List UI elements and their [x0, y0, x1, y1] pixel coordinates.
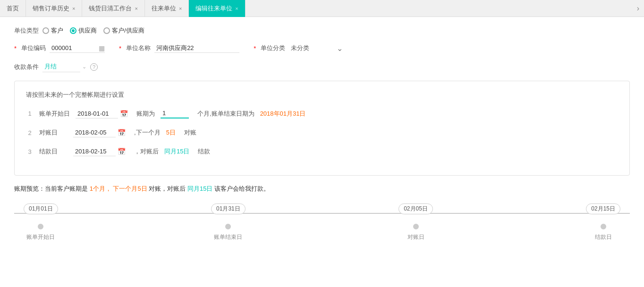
- period-desc-2a: ,下一个月: [134, 128, 161, 137]
- unit-name-input[interactable]: [154, 43, 239, 53]
- calendar-icon-2[interactable]: 📅: [118, 129, 126, 136]
- timeline-items: 01月01日 账单开始日 01月31日 账单结束日 02月05日 对账日 02月…: [24, 203, 620, 241]
- unit-code-icon[interactable]: ▦: [99, 44, 105, 52]
- calendar-icon-1[interactable]: 📅: [120, 110, 128, 118]
- help-icon[interactable]: ?: [90, 63, 98, 71]
- radio-label-customer: 客户: [51, 26, 63, 35]
- timeline-label-2: 账单结束日: [214, 233, 242, 241]
- tab-bar: 首页 销售订单历史 × 钱货日清工作台 × 往来单位 × 编辑往来单位 × ›: [0, 0, 644, 17]
- timeline-badge-1: 01月01日: [24, 203, 58, 214]
- close-tab-cash[interactable]: ×: [135, 6, 137, 11]
- preview-mid: 对账，对账后: [149, 185, 186, 192]
- close-tab-edit-unit[interactable]: ×: [235, 6, 238, 11]
- period-num-2: 2: [26, 129, 34, 136]
- timeline-badge-2: 01月31日: [211, 203, 246, 214]
- main-content: 单位类型 客户 供应商 客户/供应商 * 单位编码: [0, 17, 644, 287]
- payment-value: 月结: [42, 61, 80, 72]
- radio-label-supplier: 供应商: [78, 26, 97, 35]
- close-tab-sales[interactable]: ×: [72, 6, 75, 11]
- tab-cash-work[interactable]: 钱货日清工作台 ×: [82, 0, 144, 17]
- payment-group: 收款条件 月结 ⌄ ?: [14, 61, 98, 72]
- unit-code-group: * 单位编码 ▦: [14, 43, 105, 53]
- close-tab-unit[interactable]: ×: [179, 6, 182, 11]
- inner-box-title: 请按照未来的一个完整帐期进行设置: [26, 91, 618, 99]
- radio-label-both: 客户/供应商: [112, 26, 144, 35]
- unit-type-label: 单位类型: [14, 26, 39, 35]
- code-name-row: * 单位编码 ▦ * 单位名称 * 单位分类 未分类 ⌄: [14, 43, 630, 53]
- date-input-2: 📅: [73, 128, 126, 137]
- unit-category-label: 单位分类: [261, 44, 285, 52]
- period-desc-3a: ，对账后: [134, 147, 159, 156]
- payment-arrow: ⌄: [82, 64, 86, 70]
- timeline-dot-1: [38, 224, 43, 229]
- inner-box: 请按照未来的一个完整帐期进行设置 1 账单开始日 📅 账期为 个月,账单结束日期…: [14, 81, 630, 176]
- tab-sales-history[interactable]: 销售订单历史 ×: [26, 0, 82, 17]
- timeline: 01月01日 账单开始日 01月31日 账单结束日 02月05日 对账日 02月…: [14, 203, 630, 241]
- timeline-badge-4: 02月15日: [586, 203, 620, 214]
- period-desc-1a: 账期为: [136, 110, 155, 118]
- period-end-date: 2018年01月31日: [260, 110, 306, 118]
- unit-name-group: * 单位名称: [119, 43, 239, 53]
- timeline-badge-3: 02月05日: [398, 203, 433, 214]
- radio-supplier[interactable]: 供应商: [70, 26, 97, 35]
- timeline-item-3: 02月05日 对账日: [398, 203, 433, 241]
- unit-name-label: 单位名称: [126, 44, 151, 52]
- calendar-icon-3[interactable]: 📅: [118, 148, 126, 155]
- date-input-3: 📅: [73, 147, 126, 156]
- timeline-dot-4: [601, 224, 606, 229]
- date-field-1[interactable]: [76, 109, 118, 118]
- period-row-2: 2 对账日 📅 ,下一个月 5日 对账: [26, 128, 618, 137]
- timeline-item-2: 01月31日 账单结束日: [211, 203, 246, 241]
- tab-home[interactable]: 首页: [0, 0, 26, 17]
- radio-customer[interactable]: 客户: [42, 26, 63, 35]
- period-label-3: 结款日: [39, 147, 68, 156]
- radio-group: 客户 供应商 客户/供应商: [42, 26, 144, 35]
- period-desc-3b: 结款: [198, 147, 210, 156]
- preview-prefix: 账期预览：当前客户账期是: [14, 185, 88, 192]
- preview-item1: 1个月，: [90, 185, 111, 192]
- timeline-dot-3: [413, 224, 419, 229]
- required-star-code: *: [14, 45, 17, 52]
- timeline-label-3: 对账日: [407, 233, 424, 241]
- unit-code-label: 单位编码: [21, 44, 46, 52]
- period-row-3: 3 结款日 📅 ，对账后 同月15日 结款: [26, 147, 618, 156]
- tab-scroll-right[interactable]: ›: [632, 4, 644, 13]
- payment-row: 收款条件 月结 ⌄ ?: [14, 61, 630, 72]
- unit-code-input[interactable]: [50, 43, 97, 52]
- timeline-label-4: 结款日: [595, 233, 612, 241]
- period-label-2: 对账日: [39, 128, 68, 137]
- date-field-3[interactable]: [73, 147, 116, 156]
- tab-unit-list[interactable]: 往来单位 ×: [145, 0, 189, 17]
- preview-text: 账期预览：当前客户账期是 1个月， 下一个月5日 对账，对账后 同月15日 该客…: [14, 183, 630, 194]
- period-num-1: 1: [26, 110, 34, 117]
- radio-both[interactable]: 客户/供应商: [103, 26, 144, 35]
- required-star-name: *: [119, 45, 121, 52]
- unit-type-row: 单位类型 客户 供应商 客户/供应商: [14, 26, 630, 35]
- preview-item2: 下一个月5日: [113, 185, 147, 192]
- period-next-month: 5日: [166, 128, 176, 137]
- radio-circle-supplier: [70, 27, 76, 34]
- period-months-input[interactable]: [161, 109, 189, 118]
- unit-category-arrow[interactable]: ⌄: [337, 44, 343, 53]
- unit-code-input-wrap: ▦: [50, 43, 105, 53]
- required-star-cat: *: [254, 45, 256, 52]
- timeline-item-1: 01月01日 账单开始日: [24, 203, 58, 241]
- radio-circle-customer: [42, 27, 49, 34]
- timeline-dot-2: [225, 224, 231, 229]
- unit-category-group: * 单位分类 未分类 ⌄: [254, 44, 343, 53]
- radio-circle-both: [103, 27, 110, 34]
- period-label-1: 账单开始日: [39, 110, 70, 118]
- unit-category-value: 未分类: [291, 44, 309, 52]
- date-field-2[interactable]: [73, 128, 116, 137]
- period-desc-2b: 对账: [184, 128, 196, 137]
- period-same-month: 同月15日: [164, 147, 189, 156]
- period-num-3: 3: [26, 148, 34, 155]
- payment-select[interactable]: 月结 ⌄: [42, 61, 86, 72]
- date-input-1: 📅: [76, 109, 128, 118]
- period-row-1: 1 账单开始日 📅 账期为 个月,账单结束日期为 2018年01月31日: [26, 109, 618, 118]
- payment-label: 收款条件: [14, 63, 39, 71]
- unit-type-group: 单位类型 客户 供应商 客户/供应商: [14, 26, 144, 35]
- tab-edit-unit[interactable]: 编辑往来单位 ×: [189, 0, 245, 17]
- preview-suffix: 该客户会给我打款。: [214, 185, 270, 192]
- timeline-label-1: 账单开始日: [26, 233, 55, 241]
